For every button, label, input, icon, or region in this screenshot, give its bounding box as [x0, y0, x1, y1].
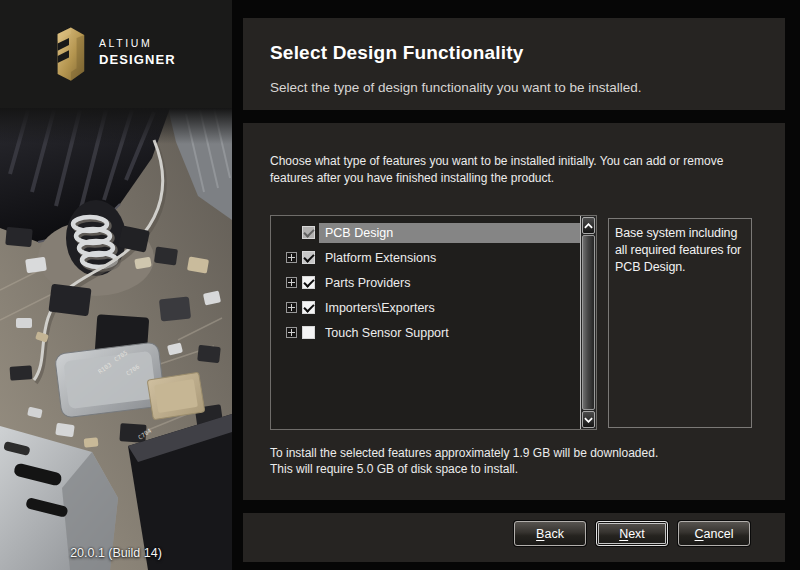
expand-plus-icon[interactable]: [286, 327, 297, 338]
feature-label[interactable]: Platform Extensions: [319, 248, 580, 268]
expand-plus-icon[interactable]: [286, 302, 297, 313]
feature-checkbox[interactable]: [302, 301, 315, 314]
feature-label[interactable]: Touch Sensor Support: [319, 323, 580, 343]
download-size-note: To install the selected features approxi…: [270, 445, 658, 477]
page-title: Select Design Functionality: [270, 42, 524, 64]
checkmark-icon: [303, 276, 314, 287]
next-button[interactable]: Next: [596, 521, 668, 546]
feature-checkbox[interactable]: [302, 251, 315, 264]
feature-label[interactable]: Parts Providers: [319, 273, 580, 293]
feature-tree[interactable]: PCB DesignPlatform ExtensionsParts Provi…: [270, 215, 597, 430]
checkmark-icon: [303, 301, 314, 312]
button-panel: Back Next Cancel: [243, 513, 785, 562]
feature-row[interactable]: Parts Providers: [271, 270, 580, 295]
instructions-text: Choose what type of features you want to…: [270, 153, 723, 187]
brand-name-altium: ALTIUM: [99, 38, 176, 49]
feature-row[interactable]: Touch Sensor Support: [271, 320, 580, 345]
vertical-scrollbar[interactable]: [580, 216, 596, 429]
back-button[interactable]: Back: [514, 521, 586, 546]
brand-photo-panel: ALTIUM DESIGNER: [0, 0, 232, 570]
page-subtitle: Select the type of design functionality …: [270, 80, 641, 95]
feature-list-rows: PCB DesignPlatform ExtensionsParts Provi…: [271, 220, 580, 345]
feature-checkbox[interactable]: [302, 276, 315, 289]
altium-logo-icon: [50, 24, 88, 86]
feature-row[interactable]: Platform Extensions: [271, 245, 580, 270]
feature-row[interactable]: PCB Design: [271, 220, 580, 245]
feature-label[interactable]: PCB Design: [319, 223, 580, 243]
scrollbar-down-button[interactable]: [582, 411, 595, 428]
brand-logo-block: ALTIUM DESIGNER: [0, 0, 232, 108]
checkmark-icon: [303, 226, 314, 237]
feature-label[interactable]: Importers\Exporters: [319, 298, 580, 318]
chevron-down-icon: [584, 417, 593, 423]
expand-plus-icon[interactable]: [286, 252, 297, 263]
checkmark-icon: [303, 251, 314, 262]
button-row: Back Next Cancel: [514, 521, 750, 546]
header-panel: Select Design Functionality Select the t…: [243, 18, 785, 110]
feature-checkbox[interactable]: [302, 226, 315, 239]
main-panel: Choose what type of features you want to…: [243, 123, 785, 500]
brand-name-designer: DESIGNER: [99, 53, 176, 66]
chevron-up-icon: [584, 223, 593, 229]
feature-row[interactable]: Importers\Exporters: [271, 295, 580, 320]
feature-description-box: Base system including all required featu…: [608, 218, 752, 428]
expand-plus-icon[interactable]: [286, 277, 297, 288]
scrollbar-thumb[interactable]: [582, 235, 595, 410]
scrollbar-up-button[interactable]: [582, 217, 595, 234]
pcb-photo: C705 C706 R103 C704: [0, 108, 232, 570]
cancel-button[interactable]: Cancel: [678, 521, 750, 546]
feature-checkbox[interactable]: [302, 326, 315, 339]
version-label: 20.0.1 (Build 14): [0, 546, 232, 560]
